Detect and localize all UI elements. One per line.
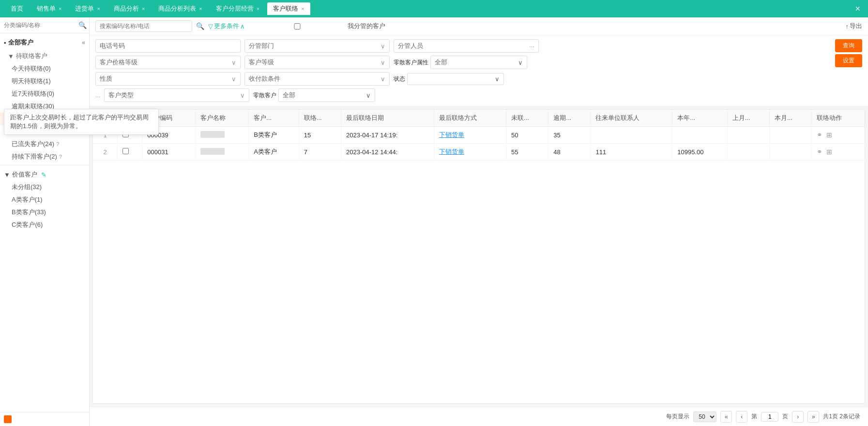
col-last-contact-method[interactable]: 最后联络方式 <box>434 110 506 127</box>
name-placeholder <box>200 148 225 155</box>
page-input[interactable] <box>761 412 778 422</box>
sidebar-item-b-class[interactable]: B类客户(33) <box>0 206 89 219</box>
sidebar-item-c-class[interactable]: C类客户(6) <box>0 219 89 231</box>
contact-method-link[interactable]: 下销货单 <box>439 148 464 155</box>
col-last-month[interactable]: 上月... <box>727 110 769 127</box>
col-uncontacted[interactable]: 未联... <box>506 110 548 127</box>
tooltip-box: 距客户上次交易时长，超过了此客户的平均交易周期的1.5倍，则视为异常。 <box>4 109 159 135</box>
person-field[interactable]: 分管人员 ··· <box>394 39 539 53</box>
sidebar-divider <box>0 165 89 165</box>
cell-last-contact-date: 2023-04-12 14:44: <box>341 144 434 161</box>
cell-checkbox <box>118 144 142 161</box>
query-button[interactable]: 查询 <box>835 39 862 52</box>
nav-purchase-order[interactable]: 进货单 × <box>69 2 106 15</box>
contact-link-icon[interactable]: ⚭ <box>817 148 822 156</box>
cell-uncontacted: 50 <box>506 127 548 144</box>
close-icon[interactable]: × <box>142 6 145 12</box>
cell-last-contact-method: 下销货单 <box>434 127 506 144</box>
last-page-button[interactable]: » <box>807 411 819 423</box>
edit-icon[interactable]: ✎ <box>41 171 46 178</box>
chevron-down-icon: ∨ <box>381 43 385 50</box>
col-name[interactable]: 客户名称 <box>196 110 249 127</box>
row-checkbox[interactable] <box>122 148 129 154</box>
chevron-down-icon: ∨ <box>240 92 245 99</box>
contact-link-icon[interactable]: ⚭ <box>817 131 822 139</box>
close-icon[interactable]: × <box>97 6 100 12</box>
filter-icon: ▽ <box>208 23 213 30</box>
close-icon[interactable]: × <box>199 6 202 12</box>
sidebar-item-unclassified[interactable]: 未分组(32) <box>0 181 89 193</box>
window-close-button[interactable]: × <box>852 4 863 14</box>
search-input[interactable] <box>95 20 192 32</box>
col-last-contact-date[interactable]: 最后联络日期 <box>341 110 434 127</box>
my-customers-checkbox[interactable] <box>249 23 346 29</box>
sidebar-item-tomorrow-pending[interactable]: 明天待联络(1) <box>0 75 89 88</box>
dept-field[interactable]: 分管部门 ∨ <box>244 39 390 53</box>
chevron-down-icon: ▼ <box>4 171 10 178</box>
total-records-label: 共1页 2条记录 <box>823 412 860 421</box>
contact-action-icon[interactable]: ⊞ <box>826 148 832 156</box>
sidebar-bottom <box>0 412 89 426</box>
sidebar-item-today-pending[interactable]: 今天待联络(0) <box>0 62 89 75</box>
contact-action-icon[interactable]: ⊞ <box>826 131 832 139</box>
more-conditions-button[interactable]: ▽ 更多条件 ∧ <box>208 22 245 30</box>
search-icon: 🔍 <box>78 21 87 29</box>
contact-method-link[interactable]: 下销货单 <box>439 131 464 138</box>
payment-field[interactable]: 收付款条件 ∨ <box>244 72 390 86</box>
my-customers-checkbox-label[interactable]: 我分管的客户 <box>249 22 385 30</box>
action-icons: ⚭ ⊞ <box>817 148 860 156</box>
settings-button[interactable]: 设置 <box>835 54 862 67</box>
sidebar-item-a-class[interactable]: A类客户(1) <box>0 193 89 206</box>
cell-last-contact-date: 2023-04-17 14:19: <box>341 127 434 144</box>
sidebar-search-area: 🔍 <box>0 17 89 33</box>
retail-customer-select[interactable]: 全部 ∨ <box>278 88 375 102</box>
col-unit-contact[interactable]: 往来单位联系人 <box>591 110 672 127</box>
close-icon[interactable]: × <box>301 6 304 12</box>
sidebar-pending-section[interactable]: ▼ 待联络客户 <box>0 50 89 62</box>
sidebar-item-declining-customers[interactable]: 持续下滑客户(2) ? <box>0 150 89 163</box>
name-placeholder <box>200 131 225 138</box>
phone-field[interactable]: 电话号码 <box>95 39 241 53</box>
col-level[interactable]: 客户... <box>249 110 299 127</box>
nav-product-analysis-list[interactable]: 商品分析列表 × <box>152 2 208 15</box>
table-row: 1 000039 B类客户 15 2023-04-17 14:19: 下销货单 <box>93 127 865 144</box>
prev-page-button[interactable]: ‹ <box>736 411 747 423</box>
gender-field[interactable]: 性质 ∨ <box>95 72 241 86</box>
first-page-button[interactable]: « <box>720 411 732 423</box>
chevron-down-icon: ∨ <box>381 75 385 83</box>
filter-row-1: 电话号码 分管部门 ∨ 分管人员 ··· <box>95 39 831 53</box>
nav-product-analysis[interactable]: 商品分析 × <box>108 2 151 15</box>
col-this-month[interactable]: 本月... <box>769 110 811 127</box>
cell-unit-contact <box>591 127 672 144</box>
nav-customer-contact[interactable]: 客户联络 × <box>267 2 310 15</box>
sidebar-value-group-header[interactable]: ▼ 价值客户 ✎ <box>0 167 89 181</box>
customer-type-field[interactable]: 客户类型 ∨ <box>104 88 249 102</box>
price-level-field[interactable]: 客户价格等级 ∨ <box>95 56 241 69</box>
more-filters-button[interactable]: ... <box>95 92 100 99</box>
nav-sales-order[interactable]: 销售单 × <box>31 2 67 15</box>
col-this-year[interactable]: 本年... <box>672 110 727 127</box>
customer-level-field[interactable]: 客户等级 ∨ <box>244 56 390 69</box>
nav-customer-tier[interactable]: 客户分层经营 × <box>210 2 265 15</box>
sidebar-all-customers[interactable]: ▪ 全部客户 « <box>0 35 89 50</box>
page-end-label: 页 <box>782 412 788 421</box>
col-overdue[interactable]: 逾期... <box>548 110 591 127</box>
pagination-bar: 每页显示 50 « ‹ 第 页 › » 共1页 2条记录 <box>90 407 868 426</box>
per-page-select[interactable]: 50 <box>693 411 716 422</box>
close-icon[interactable]: × <box>257 6 259 12</box>
expand-icon: ··· <box>529 43 534 50</box>
chevron-down-icon: ∨ <box>495 75 500 83</box>
filter-action-buttons: 查询 设置 <box>835 39 862 67</box>
close-icon[interactable]: × <box>59 6 61 12</box>
export-button[interactable]: ↑ 导出 <box>846 22 863 30</box>
sidebar-search-input[interactable] <box>4 22 76 29</box>
next-page-button[interactable]: › <box>792 411 804 423</box>
sidebar-item-7days-pending[interactable]: 近7天待联络(0) <box>0 88 89 100</box>
nav-home[interactable]: 首页 <box>5 2 29 15</box>
retail-attr-select[interactable]: 全部 ∨ <box>430 56 527 69</box>
col-contact-count[interactable]: 联络... <box>299 110 341 127</box>
sidebar-collapse-btn[interactable]: « <box>82 39 85 46</box>
status-select[interactable]: ∨ <box>407 73 504 85</box>
sidebar-item-lost-customers[interactable]: 已流失客户(24) ? <box>0 138 89 150</box>
search-button[interactable]: 🔍 <box>196 22 204 30</box>
